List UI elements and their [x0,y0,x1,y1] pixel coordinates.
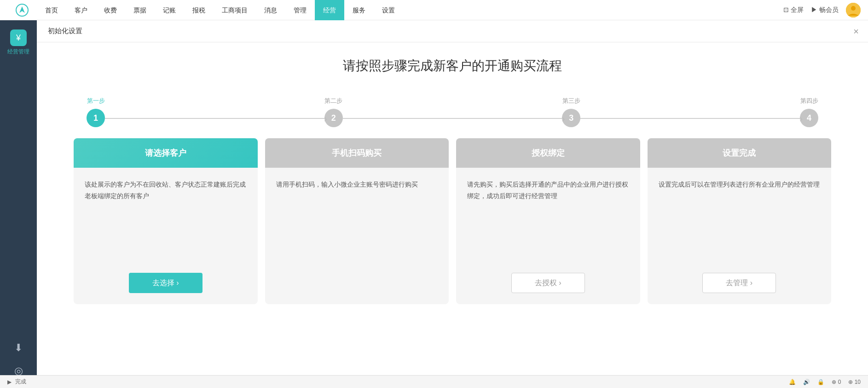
card-1-footer: 去选择 › [74,265,258,304]
download-icon: ⬇ [14,342,23,354]
nav-right: ⊡ 全屏 ▶ 畅会员 [783,3,861,18]
app-logo[interactable] [7,4,37,17]
card-1-body: 该处展示的客户为不在回收站、客户状态正常建账后完成老板端绑定的所有客户 [74,168,258,265]
fullscreen-btn[interactable]: ⊡ 全屏 [783,6,804,14]
step-3-label: 第三步 [562,97,580,105]
status-right: 🔔 🔊 🔒 ⊕ 0 ⊕ 10 [789,379,861,385]
step-1-label: 第一步 [87,97,105,105]
avatar[interactable] [846,3,861,18]
nav-account[interactable]: 记账 [155,0,184,20]
sidebar-item-operation[interactable]: ¥ 经营管理 [0,24,37,61]
step-1-indicator: 第一步 1 [87,97,105,127]
play-icon[interactable]: ▶ [7,379,12,385]
badge-0: ⊕ 0 [832,379,841,385]
connector-1-2: › [105,118,324,119]
go-select-button[interactable]: 去选择 › [129,273,203,293]
nav-message[interactable]: 消息 [256,0,285,20]
close-button[interactable]: × [853,26,859,36]
card-step3: 授权绑定 请先购买，购买后选择开通的产品中的企业用户进行授权绑定，成功后即可进行… [456,138,640,304]
card-1-header: 请选择客户 [74,138,258,168]
content-area: 请按照步骤完成新客户的开通购买流程 第一步 1 › 第二步 2 [37,42,868,388]
nav-home[interactable]: 首页 [37,0,66,20]
operation-icon: ¥ [10,29,27,46]
nav-operation[interactable]: 经营 [315,0,344,20]
card-step2: 手机扫码购买 请用手机扫码，输入小微企业主账号密码进行购买 [265,138,449,304]
nav-manage[interactable]: 管理 [285,0,315,20]
sidebar: ¥ 经营管理 ⬇ ◎ [0,20,37,388]
card-2-body: 请用手机扫码，输入小微企业主账号密码进行购买 [265,168,449,286]
card-step4: 设置完成 设置完成后可以在管理列表进行所有企业用户的经营管理 去管理 › [648,138,832,304]
nav-customer[interactable]: 客户 [66,0,96,20]
status-left: ▶ 完成 [7,378,26,386]
nav-service[interactable]: 服务 [344,0,374,20]
vip-btn[interactable]: ▶ 畅会员 [811,6,839,14]
volume-icon[interactable]: 🔊 [803,379,810,385]
card-2-header: 手机扫码购买 [265,138,449,168]
card-2-footer [265,286,449,304]
nav-fee[interactable]: 收费 [96,0,125,20]
wizard-steps-row: 第一步 1 › 第二步 2 › 第三步 3 [59,97,846,127]
step-4-circle: 4 [800,109,818,127]
main-content: 初始化设置 × 请按照步骤完成新客户的开通购买流程 第一步 1 › [37,20,868,388]
card-step1: 请选择客户 该处展示的客户为不在回收站、客户状态正常建账后完成老板端绑定的所有客… [74,138,258,304]
connector-2-3: › [343,118,562,119]
sidebar-download[interactable]: ⬇ [0,336,37,359]
connector-3-4: › [580,118,800,119]
nav-tax[interactable]: 报税 [184,0,214,20]
notification-icon[interactable]: 🔔 [789,379,796,385]
card-4-footer: 去管理 › [648,265,832,304]
step-4-indicator: 第四步 4 [800,97,818,127]
nav-settings[interactable]: 设置 [374,0,403,20]
step-2-indicator: 第二步 2 [324,97,343,127]
step-2-label: 第二步 [324,97,342,105]
card-3-header: 授权绑定 [456,138,640,168]
card-4-header: 设置完成 [648,138,832,168]
page-title: 初始化设置 [48,27,82,35]
badge-10: ⊕ 10 [848,379,861,385]
card-4-body: 设置完成后可以在管理列表进行所有企业用户的经营管理 [648,168,832,265]
card-3-body: 请先购买，购买后选择开通的产品中的企业用户进行授权绑定，成功后即可进行经营管理 [456,168,640,265]
step-3-indicator: 第三步 3 [562,97,580,127]
wizard-main-title: 请按照步骤完成新客户的开通购买流程 [59,57,846,75]
status-text: 完成 [15,378,26,386]
go-manage-button[interactable]: 去管理 › [702,273,776,293]
wizard-title-section: 请按照步骤完成新客户的开通购买流程 [59,57,846,75]
step-3-circle: 3 [562,109,580,127]
nav-items: 首页 客户 收费 票据 记账 报税 工商项目 消息 管理 经营 服务 设置 [37,0,783,20]
layout: ¥ 经营管理 ⬇ ◎ 初始化设置 × 请按照步骤完成新客户的开通购买流程 [0,20,868,388]
lock-icon[interactable]: 🔒 [817,379,824,385]
go-auth-button[interactable]: 去授权 › [511,273,585,293]
sidebar-item-label: 经营管理 [7,48,29,56]
nav-bill[interactable]: 票据 [125,0,155,20]
cards-row: 请选择客户 该处展示的客户为不在回收站、客户状态正常建账后完成老板端绑定的所有客… [59,138,846,304]
svg-point-2 [851,6,856,11]
nav-business[interactable]: 工商项目 [214,0,256,20]
top-nav: 首页 客户 收费 票据 记账 报税 工商项目 消息 管理 经营 服务 设置 ⊡ … [0,0,868,20]
page-header: 初始化设置 × [37,20,868,42]
step-1-circle: 1 [87,109,105,127]
card-3-footer: 去授权 › [456,265,640,304]
step-2-circle: 2 [324,109,343,127]
step-4-label: 第四步 [800,97,818,105]
status-bar: ▶ 完成 🔔 🔊 🔒 ⊕ 0 ⊕ 10 [0,375,868,388]
